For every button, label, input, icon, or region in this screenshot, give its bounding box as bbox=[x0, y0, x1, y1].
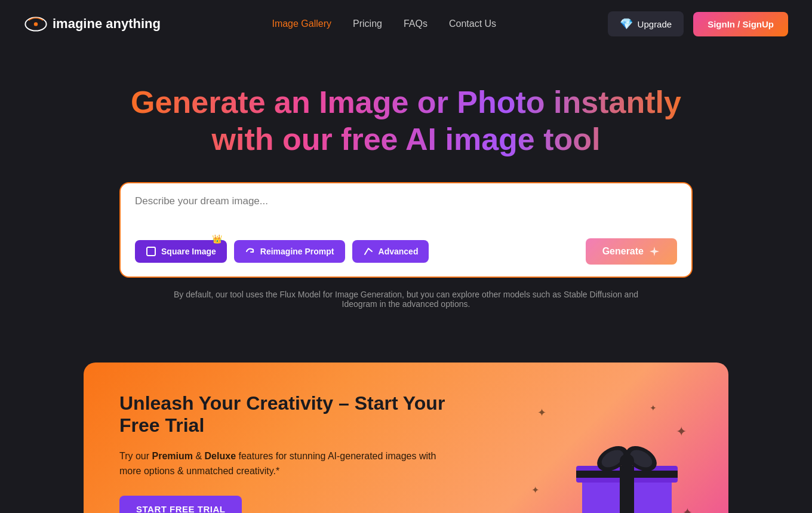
navigation: imagine anything Image Gallery Pricing F… bbox=[0, 0, 812, 48]
nav-links: Image Gallery Pricing FAQs Contact Us bbox=[272, 19, 496, 29]
star-decoration-1: ✦ bbox=[537, 406, 546, 419]
logo[interactable]: imagine anything bbox=[24, 15, 161, 33]
nav-link-faqs[interactable]: FAQs bbox=[404, 19, 427, 29]
square-image-button[interactable]: 👑 Square Image bbox=[135, 240, 227, 263]
nav-link-contact[interactable]: Contact Us bbox=[449, 19, 496, 29]
start-free-trial-button[interactable]: START FREE TRIAL bbox=[119, 496, 242, 513]
promo-title: Unleash Your Creativity – Start Your Fre… bbox=[119, 392, 454, 437]
logo-icon bbox=[24, 15, 48, 33]
svg-rect-2 bbox=[147, 247, 155, 256]
svg-point-11 bbox=[620, 454, 634, 468]
promo-banner: Unleash Your Creativity – Start Your Fre… bbox=[84, 363, 728, 513]
generate-button[interactable]: Generate bbox=[586, 238, 677, 265]
hero-title: Generate an Image or Photo instantly wit… bbox=[107, 84, 705, 158]
signin-button[interactable]: SignIn / SignUp bbox=[693, 12, 788, 36]
hero-description: By default, our tool uses the Flux Model… bbox=[167, 290, 645, 309]
hero-section: Generate an Image or Photo instantly wit… bbox=[0, 48, 812, 363]
reimagine-icon bbox=[245, 246, 256, 257]
star-decoration-2: ✦ bbox=[650, 403, 657, 413]
generate-sparkle-icon bbox=[648, 245, 660, 257]
promo-section: Unleash Your Creativity – Start Your Fre… bbox=[0, 363, 812, 513]
promo-left: Unleash Your Creativity – Start Your Fre… bbox=[119, 392, 454, 513]
logo-text: imagine anything bbox=[53, 16, 161, 32]
gem-icon: 💎 bbox=[620, 17, 633, 30]
star-decoration-4: ✦ bbox=[531, 484, 539, 496]
advanced-button[interactable]: Advanced bbox=[352, 240, 429, 263]
reimagine-prompt-button[interactable]: Reimagine Prompt bbox=[234, 240, 345, 263]
generator-left-buttons: 👑 Square Image Reimagine Prompt bbox=[135, 240, 429, 263]
generator-controls: 👑 Square Image Reimagine Prompt bbox=[135, 238, 677, 265]
promo-illustration: ✦ ✦ ✦ ✦ ✦ bbox=[525, 400, 693, 513]
promo-text: Try our Premium & Deluxe features for st… bbox=[119, 449, 454, 479]
svg-point-1 bbox=[34, 22, 38, 26]
nav-right: 💎 Upgrade SignIn / SignUp bbox=[608, 11, 788, 36]
crown-icon: 👑 bbox=[212, 234, 222, 244]
gift-box-illustration bbox=[561, 418, 693, 513]
nav-link-pricing[interactable]: Pricing bbox=[353, 19, 382, 29]
nav-link-image-gallery[interactable]: Image Gallery bbox=[272, 19, 331, 29]
square-icon bbox=[146, 246, 156, 257]
svg-rect-6 bbox=[576, 471, 678, 478]
prompt-input[interactable] bbox=[135, 195, 677, 231]
generator-box: 👑 Square Image Reimagine Prompt bbox=[119, 182, 693, 278]
advanced-icon bbox=[363, 246, 374, 257]
upgrade-button[interactable]: 💎 Upgrade bbox=[608, 11, 684, 36]
